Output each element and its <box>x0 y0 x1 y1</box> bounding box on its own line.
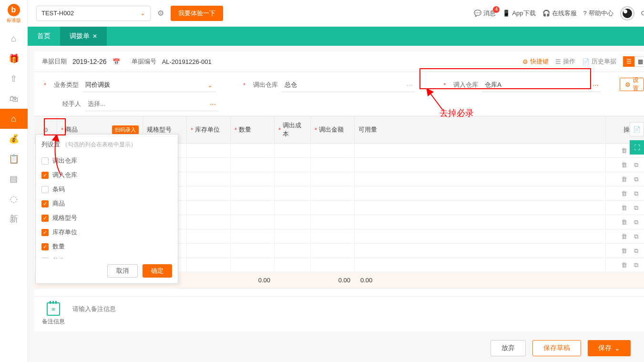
delete-icon[interactable]: 🗑 <box>621 190 627 197</box>
app-download-link[interactable]: 📱 App下载 <box>502 9 535 18</box>
discard-button[interactable]: 放弃 <box>491 340 526 356</box>
help-link[interactable]: ? 帮助中心 <box>583 9 613 18</box>
copy-icon[interactable]: ⧉ <box>634 247 638 255</box>
copy-icon[interactable]: ⧉ <box>634 204 638 212</box>
tab-bar-close-icon[interactable]: ✕ <box>641 27 644 46</box>
footer-amt: 0.00 <box>311 272 355 288</box>
delete-icon[interactable]: 🗑 <box>621 176 627 183</box>
ok-button[interactable]: 确定 <box>143 264 172 278</box>
checkbox-icon: ✓ <box>41 200 49 207</box>
column-option[interactable]: 单位2 <box>41 254 172 259</box>
view-list-button[interactable]: ☰ <box>623 56 634 67</box>
history-link[interactable]: 📄 历史单据 <box>582 57 616 66</box>
copy-icon[interactable]: ⧉ <box>634 218 638 226</box>
sidebar-item-home[interactable]: ⌂ <box>0 29 28 49</box>
logo-text: 标准版 <box>7 17 21 24</box>
copy-icon[interactable]: ⧉ <box>634 190 638 197</box>
avatar[interactable] <box>620 6 634 21</box>
save-button[interactable]: 保存 ⌄ <box>588 340 631 356</box>
gear-icon: ⚙ <box>625 81 631 88</box>
view-toggle: ☰ ▦ <box>623 56 644 67</box>
ops-link[interactable]: ☰ 操作 <box>555 57 575 66</box>
column-option[interactable]: 条码 <box>41 182 172 197</box>
shortcut-link[interactable]: ⚙ 快捷键 <box>522 57 549 66</box>
footer-bar: 放弃 保存草稿 保存 ⌄ <box>34 340 637 356</box>
biz-type-input[interactable] <box>82 78 216 92</box>
top-header: TEST-H002 ⌄ ⚙ 我要体验一下 💬 消息 4 📱 App下载 🎧 在线… <box>28 0 644 27</box>
column-option[interactable]: ✓调入仓库 <box>41 168 172 182</box>
detail-icon[interactable]: 📄 <box>630 122 644 136</box>
checkbox-icon: ✓ <box>41 229 49 236</box>
th-unit: *库存单位 <box>187 116 231 143</box>
delete-icon[interactable]: 🗑 <box>621 147 627 154</box>
expand-icon[interactable]: ⛶ <box>630 140 644 155</box>
tab-transfer-order[interactable]: 调拨单 ✕ <box>60 27 107 46</box>
tab-home[interactable]: 首页 <box>28 27 60 46</box>
footer-avail: 0.00 <box>355 272 606 288</box>
copy-icon[interactable]: ⧉ <box>634 233 638 240</box>
column-settings-popup: 列设置 （勾选的列会在表格中显示） 调出仓库✓调入仓库条码✓商品✓规格型号✓库存… <box>35 134 178 284</box>
sidebar-item-cycle[interactable]: ◌ <box>0 189 28 209</box>
checkbox-icon <box>41 186 49 193</box>
message-badge: 4 <box>493 6 500 13</box>
sidebar-item-new[interactable]: 新 <box>0 209 28 229</box>
sidebar-item-upload[interactable]: ⇧ <box>0 69 28 89</box>
sidebar-item-report[interactable]: ▤ <box>0 169 28 189</box>
copy-icon[interactable]: ⧉ <box>634 261 638 269</box>
headset-icon: 🎧 <box>542 10 550 17</box>
calendar-icon[interactable]: 📅 <box>112 58 120 65</box>
biz-type-field: * 业务类型 ⌄ <box>44 78 213 92</box>
column-option[interactable]: ✓商品 <box>41 197 172 211</box>
online-service-link[interactable]: 🎧 在线客服 <box>542 9 577 18</box>
out-warehouse-field: * 调出仓库 ⋯ <box>243 78 413 92</box>
doc-date[interactable]: 2019-12-26 <box>72 58 107 65</box>
popup-title: 列设置 <box>41 141 60 148</box>
delete-icon[interactable]: 🗑 <box>621 161 627 168</box>
delete-icon[interactable]: 🗑 <box>621 247 627 254</box>
remark-label: 备注信息 <box>42 318 65 326</box>
sidebar-item-gift[interactable]: 🎁 <box>0 49 28 69</box>
cancel-button[interactable]: 取消 <box>107 264 138 278</box>
copy-icon[interactable]: ⧉ <box>634 161 638 169</box>
note-icon: ≡ <box>47 302 60 316</box>
delete-icon[interactable]: 🗑 <box>621 233 627 240</box>
left-sidebar: b 标准版 ⌂ 🎁 ⇧ 🛍 ⌂ 💰 📋 ▤ ◌ 新 <box>0 0 28 362</box>
checkbox-icon <box>41 258 49 259</box>
settings-button[interactable]: ⚙ 设置 <box>620 78 644 91</box>
copy-icon[interactable]: ⧉ <box>634 176 638 183</box>
chevron-down-icon: ⌄ <box>614 344 620 352</box>
view-grid-button[interactable]: ▦ <box>634 56 644 67</box>
tenant-select[interactable]: TEST-H002 ⌄ <box>36 6 151 21</box>
in-warehouse-input[interactable] <box>482 78 601 92</box>
gear-icon[interactable]: ⚙ <box>157 9 164 18</box>
sidebar-item-bag[interactable]: 🛍 <box>0 89 28 109</box>
doc-date-label: 单据日期 <box>42 57 67 66</box>
remark-area: ≡ 备注信息 <box>34 296 644 331</box>
delete-icon[interactable]: 🗑 <box>621 218 627 226</box>
delete-icon[interactable]: 🗑 <box>621 204 627 211</box>
popup-subtitle: （勾选的列会在表格中显示） <box>62 141 136 148</box>
out-warehouse-input[interactable] <box>282 78 415 92</box>
tab-bar: 首页 调拨单 ✕ ✕ <box>28 27 644 46</box>
column-option[interactable]: 调出仓库 <box>41 154 172 168</box>
close-icon[interactable]: ✕ <box>92 33 97 40</box>
column-option[interactable]: ✓规格型号 <box>41 211 172 225</box>
handler-input[interactable] <box>85 97 218 111</box>
column-option[interactable]: ✓数量 <box>41 239 172 254</box>
scan-badge[interactable]: 扫码录入 <box>112 125 139 134</box>
th-cost: *调出成本 <box>275 116 311 143</box>
delete-icon[interactable]: 🗑 <box>621 261 627 269</box>
save-draft-button[interactable]: 保存草稿 <box>532 340 581 356</box>
sidebar-item-warehouse[interactable]: ⌂ <box>0 109 28 129</box>
trial-button[interactable]: 我要体验一下 <box>171 6 223 21</box>
user-name: C C <box>641 10 644 17</box>
sidebar-item-money[interactable]: 💰 <box>0 129 28 149</box>
tenant-name: TEST-H002 <box>41 10 74 17</box>
messages-link[interactable]: 💬 消息 4 <box>474 9 496 18</box>
column-option[interactable]: ✓库存单位 <box>41 225 172 239</box>
chevron-down-icon: ⌄ <box>140 10 145 17</box>
sidebar-item-clipboard[interactable]: 📋 <box>0 149 28 169</box>
checkbox-icon: ✓ <box>41 172 49 179</box>
remark-input[interactable] <box>72 302 644 315</box>
th-avail: 可用量 <box>355 116 606 143</box>
